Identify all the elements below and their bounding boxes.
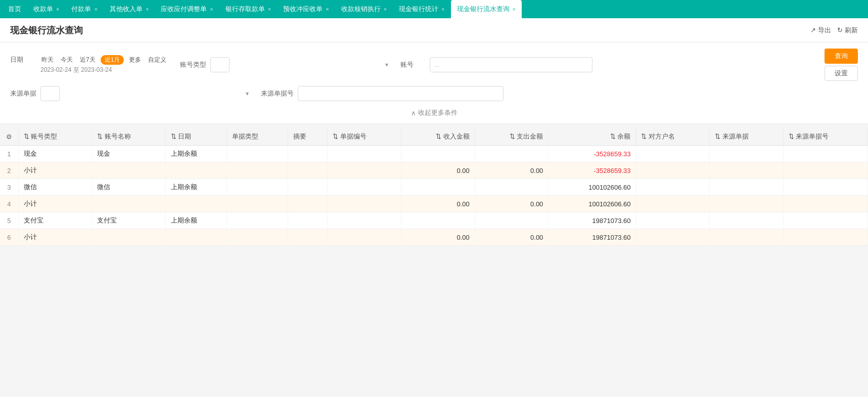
source-doc-no-input[interactable] (298, 86, 504, 101)
cell-date (165, 229, 226, 246)
col-expense[interactable]: ⇅ 支出金额 (475, 128, 549, 146)
nav-tab-label: 现金银行统计 (399, 5, 438, 14)
cell-account-type: 小计 (18, 162, 92, 179)
account-type-filter: 账号类型 (180, 57, 392, 72)
shortcut-yesterday[interactable]: 昨天 (39, 55, 56, 65)
cell-doc-no (328, 212, 401, 229)
chevron-up-icon: ∧ (411, 109, 416, 117)
col-balance[interactable]: ⇅ 余额 (549, 128, 636, 146)
col-account-name[interactable]: ⇅ 账号名称 (92, 128, 166, 146)
date-shortcuts: 昨天 今天 近7天 近1月 更多 自定义 (39, 55, 168, 65)
shortcut-1month[interactable]: 近1月 (101, 55, 124, 65)
nav-tab-home[interactable]: 首页 (2, 0, 27, 18)
source-doc-select[interactable] (40, 86, 60, 101)
account-input-wrapper[interactable]: ... (430, 57, 592, 72)
table-row[interactable]: 3 微信 微信 上期余额 100102606.60 (0, 179, 868, 196)
cell-source-no (783, 229, 867, 246)
cell-balance: 19871073.60 (549, 229, 636, 246)
column-settings-icon[interactable]: ⚙ (6, 133, 12, 141)
col-date[interactable]: ⇅ 日期 (165, 128, 226, 146)
cell-doc-type (227, 196, 288, 212)
shortcut-7days[interactable]: 近7天 (78, 55, 98, 65)
refresh-label: 刷新 (845, 26, 858, 35)
cell-doc-type (227, 146, 288, 162)
nav-tab-label: 预收冲应收单 (283, 5, 323, 14)
collapse-bar[interactable]: ∧ 收起更多条件 (10, 106, 858, 119)
close-icon[interactable]: × (441, 6, 444, 12)
cell-expense: 0.00 (475, 162, 549, 179)
cell-expense (475, 179, 549, 196)
cell-counterpart (636, 229, 710, 246)
cell-abstract (288, 162, 328, 179)
action-buttons: 查询 设置 (825, 49, 858, 81)
nav-tab-tiaozheng[interactable]: 应收应付调整单 × (155, 0, 219, 18)
shortcut-more[interactable]: 更多 (127, 55, 143, 65)
close-icon[interactable]: × (384, 6, 387, 12)
cell-expense (475, 146, 549, 162)
cell-account-type: 支付宝 (18, 212, 92, 229)
nav-tab-yushou[interactable]: 预收冲应收单 × (277, 0, 335, 18)
cell-account-type: 现金 (18, 146, 92, 162)
cell-date: 上期余额 (165, 179, 226, 196)
col-income[interactable]: ⇅ 收入金额 (401, 128, 475, 146)
cell-source-doc (710, 229, 784, 246)
shortcut-today[interactable]: 今天 (59, 55, 75, 65)
col-counterpart[interactable]: ⇅ 对方户名 (636, 128, 710, 146)
close-icon[interactable]: × (94, 6, 97, 12)
cell-income (401, 212, 475, 229)
data-table: ⚙ ⇅ 账号类型 ⇅ 账号名称 ⇅ 日期 单据类型 摘要 (0, 128, 868, 246)
cell-account-name (92, 162, 166, 179)
col-doc-no[interactable]: ⇅ 单据编号 (328, 128, 401, 146)
close-icon[interactable]: × (56, 6, 59, 12)
cell-abstract (288, 196, 328, 212)
export-button[interactable]: ↗ 导出 (810, 26, 831, 35)
nav-tab-tongji[interactable]: 现金银行统计 × (393, 0, 450, 18)
cell-income: 0.00 (401, 229, 475, 246)
row-number: 5 (0, 212, 18, 229)
close-icon[interactable]: × (326, 6, 329, 12)
cell-account-name (92, 229, 166, 246)
nav-tab-liushui[interactable]: 现金银行流水查询 × (451, 0, 522, 18)
query-button[interactable]: 查询 (825, 49, 858, 64)
nav-tab-label: 其他收入单 (110, 5, 143, 14)
cell-abstract (288, 146, 328, 162)
table-row[interactable]: 6 小计 0.00 0.00 19871073.60 (0, 229, 868, 246)
table-row[interactable]: 1 现金 现金 上期余额 -3528659.33 (0, 146, 868, 162)
table-row[interactable]: 2 小计 0.00 0.00 -3528659.33 (0, 162, 868, 179)
close-icon[interactable]: × (210, 6, 213, 12)
col-account-type[interactable]: ⇅ 账号类型 (18, 128, 92, 146)
source-doc-no-filter: 来源单据号 (261, 86, 504, 101)
refresh-button[interactable]: ↻ 刷新 (837, 26, 858, 35)
cell-source-no (783, 146, 867, 162)
table-row[interactable]: 5 支付宝 支付宝 上期余额 19871073.60 (0, 212, 868, 229)
shortcut-custom[interactable]: 自定义 (146, 55, 168, 65)
col-source-doc[interactable]: ⇅ 来源单据 (710, 128, 784, 146)
close-icon[interactable]: × (268, 6, 271, 12)
account-type-select[interactable] (210, 57, 230, 72)
table-header-row: ⚙ ⇅ 账号类型 ⇅ 账号名称 ⇅ 日期 单据类型 摘要 (0, 128, 868, 146)
row-number: 2 (0, 162, 18, 179)
nav-tab-cunqu[interactable]: 银行存取款单 × (219, 0, 277, 18)
cell-source-doc (710, 162, 784, 179)
settings-column-header[interactable]: ⚙ (0, 128, 18, 146)
nav-tab-home-label: 首页 (8, 5, 21, 14)
nav-tab-qita[interactable]: 其他收入单 × (104, 0, 155, 18)
settings-button[interactable]: 设置 (825, 66, 858, 81)
close-icon[interactable]: × (513, 6, 516, 12)
table-row[interactable]: 4 小计 0.00 0.00 100102606.60 (0, 196, 868, 212)
nav-tab-shoukuan[interactable]: 收款单 × (27, 0, 65, 18)
cell-counterpart (636, 212, 710, 229)
row-number: 3 (0, 179, 18, 196)
date-label: 日期 (10, 55, 35, 64)
nav-tab-hexiao[interactable]: 收款核销执行 × (335, 0, 393, 18)
nav-tab-fukuan[interactable]: 付款单 × (65, 0, 103, 18)
row-number: 1 (0, 146, 18, 162)
cell-counterpart (636, 196, 710, 212)
close-icon[interactable]: × (146, 6, 149, 12)
col-source-no[interactable]: ⇅ 来源单据号 (783, 128, 867, 146)
row-number: 6 (0, 229, 18, 246)
cell-balance: 100102606.60 (549, 179, 636, 196)
cell-source-doc (710, 179, 784, 196)
source-doc-no-label: 来源单据号 (261, 89, 294, 98)
page-header: 现金银行流水查询 ↗ 导出 ↻ 刷新 (0, 18, 868, 42)
